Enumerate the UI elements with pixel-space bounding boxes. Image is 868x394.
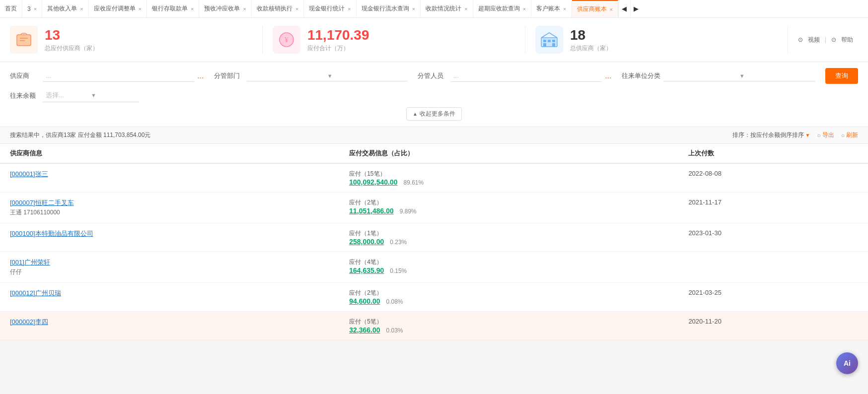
nav-tab-3-label: 3 [27,5,31,12]
nav-next-arrow[interactable]: ▶ [630,0,642,17]
summary-bar: 13 总应付供应商（家） ¥ 11,170.39 应付合计（万） [0,18,868,62]
filter-supplier: 供应商 ... [10,70,204,82]
nav-tab-customer-ledger[interactable]: 客户账本 × [531,0,572,17]
export-button[interactable]: ○ 导出 [817,131,834,139]
refresh-button[interactable]: ○ 刷新 [841,131,858,139]
filter-category: 往来单位分类 ▼ [622,71,816,81]
svg-rect-9 [543,43,546,47]
nav-tab-collect[interactable]: 收款核销执行 × [252,0,304,17]
nav-tab-home[interactable]: 首页 [0,0,22,17]
nav-tab-other-income[interactable]: 其他收入单 × [42,0,88,17]
nav-tab-supplier-ledger-close[interactable]: × [610,6,613,12]
nav-tab-supplier-ledger[interactable]: 供应商账本 × [572,0,618,17]
filter-dept: 分管部门 ▼ [214,71,408,81]
category-chevron-icon: ▼ [739,73,812,79]
tx-label: 应付（2笔） [349,289,688,297]
tx-amount[interactable]: 164,635.90 [349,266,384,274]
supplier-info-cell: [000007]恒旺二手叉车 王通 17106110000 [10,198,349,217]
col-header-supplier: 供应商信息 [10,149,349,158]
collapse-arrow-icon: ▲ [413,111,418,117]
supplier-filter-input[interactable] [43,70,194,82]
tx-amount[interactable]: 11,051,486.00 [349,207,394,215]
nav-tab-cash-bank-flow-label: 现金银行流水查询 [362,4,409,13]
supplier-info-cell: [000001]张三 [10,170,349,179]
nav-tab-collect-close[interactable]: × [295,6,298,12]
ap-suppliers-info: 13 总应付供应商（家） [45,27,98,53]
nav-prev-arrow[interactable]: ◀ [618,0,630,17]
help-link[interactable]: 帮助 [841,36,853,44]
summary-card-ap-total: ¥ 11,170.39 应付合计（万） [273,26,525,54]
nav-tab-collect-stat[interactable]: 收款情况统计 × [421,0,473,17]
supplier-link[interactable]: [000007]恒旺二手叉车 [10,198,349,207]
nav-tab-cash-bank-flow-close[interactable]: × [412,6,415,12]
tx-percent: 0.03% [386,327,403,334]
video-icon: ⊙ [798,36,803,43]
nav-tab-ar-adjust[interactable]: 应收应付调整单 × [89,0,147,17]
table-header: 供应商信息 应付交易信息（占比） 上次付数 [0,144,868,164]
nav-tab-prepay-close[interactable]: × [243,6,246,12]
nav-tab-bank-deposit-label: 银行存取款单 [152,4,188,13]
nav-tab-other-income-close[interactable]: × [80,6,83,12]
tx-info-cell: 应付（2笔） 11,051,486.00 9.89% [349,198,688,215]
supplier-link[interactable]: [000012]广州贝瑞 [10,289,349,298]
nav-tab-cash-bank-stat[interactable]: 现金银行统计 × [304,0,356,17]
tx-amount[interactable]: 94,600.00 [349,297,380,305]
svg-rect-6 [543,40,546,42]
ap-suppliers-label: 总应付供应商（家） [45,44,98,53]
tx-percent: 9.89% [400,208,417,215]
nav-tab-collect-stat-close[interactable]: × [464,6,467,12]
sort-area: 排序：按应付余额倒序排序 ▼ ○ 导出 ○ 刷新 [732,131,858,139]
category-filter-select[interactable]: ▼ [663,71,816,81]
dept-filter-select[interactable]: ▼ [247,71,408,81]
tx-percent: 0.08% [386,298,403,305]
balance-filter-label: 往来余额 [10,91,40,100]
sort-label: 排序：按应付余额倒序排序 [732,131,804,139]
nav-tab-3-close[interactable]: × [34,6,37,12]
nav-tab-customer-ledger-close[interactable]: × [563,6,566,12]
nav-tab-collect-stat-label: 收款情况统计 [426,4,461,13]
tx-amount[interactable]: 258,000.00 [349,238,384,246]
nav-tab-overdue-close[interactable]: × [523,6,526,12]
nav-tab-collect-label: 收款核销执行 [257,4,292,13]
results-summary-text: 搜索结果中，供应商13家 应付金额 111,703,854.00元 [10,131,150,139]
tx-amount[interactable]: 100,092,540.00 [349,178,397,186]
video-link[interactable]: 视频 [808,36,820,44]
nav-tab-cash-bank-flow[interactable]: 现金银行流水查询 × [357,0,421,17]
nav-tab-supplier-ledger-label: 供应商账本 [577,5,607,13]
supplier-link[interactable]: [000100]本特勤油品有限公司 [10,229,349,238]
supplier-table: 供应商信息 应付交易信息（占比） 上次付数 [000001]张三 应付（15笔）… [0,144,868,340]
balance-filter-select[interactable]: 选择... ▼ [43,89,139,102]
dept-filter-label: 分管部门 [214,71,244,80]
export-label: 导出 [822,131,834,139]
tx-amount[interactable]: 32,366.00 [349,326,380,334]
person-filter-dots[interactable]: ... [605,71,611,80]
nav-tab-bank-deposit[interactable]: 银行存取款单 × [147,0,199,17]
supplier-sub: 仔仔 [10,268,349,276]
tx-percent: 0.15% [390,267,407,274]
tx-amount-row: 164,635.90 0.15% [349,266,688,274]
nav-tab-bank-deposit-close[interactable]: × [191,6,194,12]
nav-tab-cash-bank-stat-label: 现金银行统计 [309,4,345,13]
query-button[interactable]: 查询 [825,68,858,84]
nav-tab-customer-ledger-label: 客户账本 [536,4,560,13]
tx-amount-row: 32,366.00 0.03% [349,326,688,334]
sort-down-icon: ▼ [805,132,810,138]
nav-tab-prepay[interactable]: 预收冲应收单 × [199,0,251,17]
supplier-link[interactable]: [001]广州荣轩 [10,258,349,267]
dept-chevron-icon: ▼ [327,73,405,79]
supplier-link[interactable]: [000001]张三 [10,170,349,179]
tx-amount-row: 11,051,486.00 9.89% [349,207,688,215]
nav-tab-cash-bank-stat-close[interactable]: × [348,6,351,12]
nav-tab-overdue[interactable]: 超期应收款查询 × [473,0,531,17]
results-bar: 搜索结果中，供应商13家 应付金额 111,703,854.00元 排序：按应付… [0,127,868,144]
supplier-link[interactable]: [000002]李四 [10,318,349,327]
sort-button[interactable]: 排序：按应付余额倒序排序 ▼ [732,131,810,139]
nav-tab-3[interactable]: 3 × [22,0,42,17]
person-filter-input[interactable] [450,70,602,82]
nav-tab-ar-adjust-close[interactable]: × [139,6,142,12]
col-header-tx: 应付交易信息（占比） [349,149,688,158]
collapse-filter-button[interactable]: ▲ 收起更多条件 [406,107,462,121]
supplier-filter-dots[interactable]: ... [197,71,204,80]
supplier-sub: 王通 17106110000 [10,208,349,217]
top-navigation: 首页 3 × 其他收入单 × 应收应付调整单 × 银行存取款单 × 预收冲应收单… [0,0,868,18]
